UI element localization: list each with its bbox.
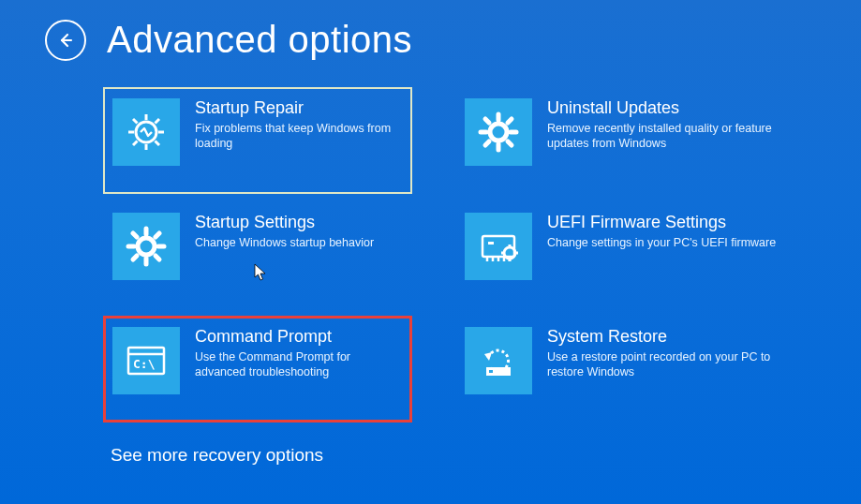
page-title: Advanced options (107, 19, 412, 61)
svg-point-10 (490, 124, 507, 141)
svg-line-27 (156, 233, 159, 237)
arrow-left-icon (56, 31, 75, 50)
tile-desc: Use the Command Prompt for advanced trou… (195, 349, 403, 381)
gear-icon (465, 98, 532, 166)
svg-line-18 (508, 119, 512, 123)
tile-title: Command Prompt (195, 327, 403, 348)
tile-desc: Remove recently installed quality or fea… (547, 121, 783, 153)
tile-desc: Change settings in your PC's UEFI firmwa… (547, 235, 776, 251)
svg-text:C:\: C:\ (133, 357, 156, 371)
tile-desc: Change Windows startup behavior (195, 235, 374, 251)
svg-point-19 (138, 238, 155, 255)
svg-line-26 (133, 256, 137, 259)
tile-title: Startup Repair (195, 98, 403, 119)
svg-line-7 (156, 141, 160, 146)
tile-uefi-firmware[interactable]: UEFI Firmware Settings Change settings i… (455, 201, 793, 308)
svg-line-6 (133, 119, 138, 124)
svg-line-15 (485, 119, 489, 123)
svg-line-17 (485, 141, 489, 145)
gear-icon (112, 213, 180, 280)
repair-icon (112, 98, 180, 166)
svg-line-16 (508, 141, 512, 145)
see-more-link[interactable]: See more recovery options (0, 422, 861, 466)
tile-desc: Fix problems that keep Windows from load… (195, 121, 403, 153)
restore-icon (465, 327, 532, 394)
svg-marker-43 (484, 352, 492, 361)
tile-startup-repair[interactable]: Startup Repair Fix problems that keep Wi… (103, 87, 412, 194)
svg-line-25 (156, 256, 159, 259)
tile-command-prompt[interactable]: C:\ Command Prompt Use the Command Promp… (103, 316, 412, 422)
tile-title: UEFI Firmware Settings (547, 213, 776, 233)
tile-title: Uninstall Updates (547, 98, 783, 119)
back-button[interactable] (45, 20, 86, 61)
options-grid: Startup Repair Fix problems that keep Wi… (0, 61, 861, 422)
tile-startup-settings[interactable]: Startup Settings Change Windows startup … (103, 201, 412, 308)
svg-line-8 (133, 141, 138, 146)
tile-title: System Restore (547, 327, 783, 348)
svg-rect-29 (488, 242, 494, 245)
chip-icon (465, 213, 532, 280)
svg-rect-45 (489, 370, 493, 373)
svg-line-9 (156, 119, 160, 124)
tile-desc: Use a restore point recorded on your PC … (547, 349, 783, 381)
tile-title: Startup Settings (195, 213, 374, 233)
tile-uninstall-updates[interactable]: Uninstall Updates Remove recently instal… (455, 87, 793, 194)
terminal-icon: C:\ (112, 327, 180, 394)
tile-system-restore[interactable]: System Restore Use a restore point recor… (455, 316, 793, 422)
svg-line-24 (133, 233, 137, 237)
